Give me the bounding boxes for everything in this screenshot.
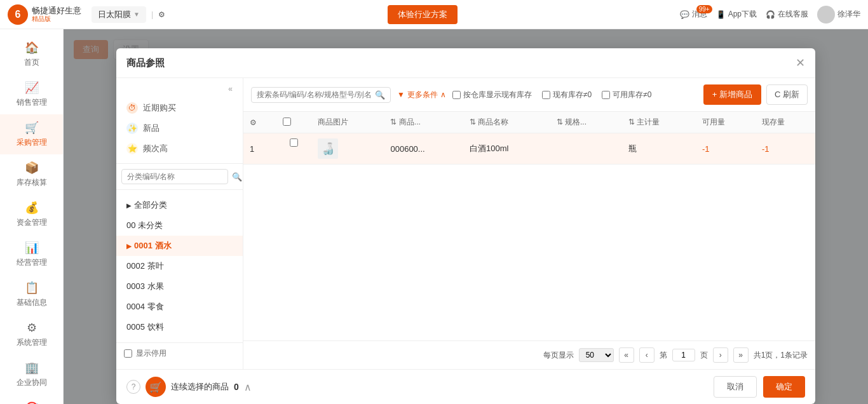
table-header-row: ⚙ 商品图片 ⇅ 商品... ⇅ — [243, 112, 815, 133]
new-products-item[interactable]: ✨ 新品 — [121, 119, 238, 138]
sidebar-item-finance[interactable]: 💰 资金管理 — [0, 194, 63, 234]
sidebar-item-home[interactable]: 🏠 首页 — [0, 34, 63, 74]
prev-page-button[interactable]: ‹ — [639, 347, 654, 363]
stock-neq0-checkbox-label[interactable]: 现有库存≠0 — [542, 90, 592, 100]
search-icon[interactable]: 🔍 — [232, 172, 242, 182]
sidebar-item-label: 首页 — [24, 57, 39, 68]
avail-neq0-checkbox-label[interactable]: 可用库存≠0 — [602, 90, 651, 100]
page-size-select[interactable]: 50 10 20 100 — [579, 348, 614, 362]
collapse-icon[interactable]: ∧ — [244, 381, 252, 393]
recent-purchases-item[interactable]: ⏱ 近期购买 — [121, 98, 238, 118]
filter-checkboxes: 按仓库显示现有库存 现有库存≠0 可用库存≠0 — [452, 90, 652, 100]
category-label: 00 未分类 — [126, 220, 163, 231]
table-row[interactable]: 1 🍶 000600... 白酒100ml — [243, 133, 815, 165]
category-item-0001[interactable]: ▶ 0001 酒水 — [116, 236, 243, 256]
row-name: 白酒100ml — [463, 133, 550, 165]
main-layout: 🏠 首页 📈 销售管理 🛒 采购管理 📦 库存核算 💰 资金管理 📊 经营管理 … — [0, 29, 868, 404]
cancel-button[interactable]: 取消 — [714, 376, 757, 398]
category-item-all[interactable]: ▶ 全部分类 — [116, 195, 243, 215]
row-code: 000600... — [384, 133, 463, 165]
col-code[interactable]: ⇅ 商品... — [384, 112, 463, 133]
category-item-0004[interactable]: 0004 零食 — [116, 297, 243, 317]
avatar — [817, 6, 835, 24]
category-item-00[interactable]: 00 未分类 — [116, 215, 243, 236]
app-download-item[interactable]: 📱 App下载 — [716, 9, 757, 20]
category-item-0002[interactable]: 0002 茶叶 — [116, 256, 243, 276]
filter-button[interactable]: ▼ 更多条件 ∧ — [397, 90, 446, 100]
company-selector[interactable]: 日太阳膜 ▼ — [92, 6, 146, 23]
show-disabled-checkbox[interactable] — [124, 349, 132, 358]
logo-icon: 6 — [8, 4, 28, 25]
sidebar-item-label: 销售管理 — [17, 97, 47, 108]
category-item-0003[interactable]: 0003 水果 — [116, 276, 243, 297]
top-nav: 6 畅捷通好生意 精品版 日太阳膜 ▼ | ⚙ 体验行业方案 💬 消息 99+ … — [0, 0, 868, 29]
last-page-button[interactable]: » — [733, 347, 749, 363]
page-number-input[interactable] — [672, 349, 695, 361]
sidebar-item-enterprise[interactable]: 🏢 企业协同 — [0, 354, 63, 394]
category-label: 0001 酒水 — [134, 240, 172, 252]
sidebar-item-label: 经营管理 — [17, 257, 47, 268]
col-spec[interactable]: ⇅ 规格... — [550, 112, 622, 133]
frequent-item[interactable]: ⭐ 频次高 — [121, 139, 238, 158]
col-image: 商品图片 — [311, 112, 384, 133]
trial-button[interactable]: 体验行业方案 — [388, 5, 458, 24]
sidebar: 🏠 首页 📈 销售管理 🛒 采购管理 📦 库存核算 💰 资金管理 📊 经营管理 … — [0, 29, 64, 404]
sidebar-item-operation[interactable]: 📊 经营管理 — [0, 234, 63, 274]
footer-left: ? 🛒 连续选择的商品 0 ∧ — [126, 377, 252, 397]
row-checkbox[interactable] — [290, 138, 298, 147]
add-product-button[interactable]: + 新增商品 — [703, 84, 761, 105]
refresh-button[interactable]: C 刷新 — [766, 84, 808, 105]
user-item[interactable]: 徐泽华 — [817, 6, 860, 24]
col-available: 可用量 — [696, 112, 756, 133]
avail-neq0-checkbox[interactable] — [602, 91, 610, 99]
collapse-button[interactable]: « — [223, 83, 238, 95]
help-icon[interactable]: ? — [126, 380, 140, 394]
sidebar-item-inventory[interactable]: 📦 库存核算 — [0, 154, 63, 194]
select-all-checkbox[interactable] — [283, 118, 291, 126]
sidebar-item-sales[interactable]: 📈 销售管理 — [0, 74, 63, 114]
product-search-input[interactable] — [257, 90, 371, 99]
image-placeholder: 🍶 — [321, 142, 335, 156]
stock-neq0-checkbox[interactable] — [542, 91, 550, 99]
sidebar-item-guide[interactable]: 🎯 新手引导 — [0, 394, 63, 404]
category-search-area: 🔍 — [116, 164, 243, 190]
row-unit: 瓶 — [622, 133, 696, 165]
recent-label: 近期购买 — [143, 102, 176, 114]
enterprise-icon: 🏢 — [25, 361, 39, 375]
modal-close-button[interactable]: ✕ — [796, 56, 805, 70]
sort-icon: ⇅ — [628, 118, 635, 126]
row-num: 1 — [243, 133, 276, 165]
sidebar-item-basic[interactable]: 📋 基础信息 — [0, 274, 63, 314]
show-stock-checkbox-label[interactable]: 按仓库显示现有库存 — [452, 90, 532, 100]
sidebar-item-system[interactable]: ⚙ 系统管理 — [0, 314, 63, 354]
page-label: 第 — [660, 350, 667, 361]
finance-icon: 💰 — [25, 201, 39, 215]
confirm-button[interactable]: 确定 — [763, 376, 805, 398]
purchase-icon: 🛒 — [25, 121, 39, 135]
online-service-item[interactable]: 🎧 在线客服 — [766, 9, 808, 20]
gear-button[interactable]: ⚙ — [158, 10, 165, 19]
col-name[interactable]: ⇅ 商品名称 — [463, 112, 550, 133]
show-stock-checkbox[interactable] — [452, 91, 461, 99]
category-item-0008[interactable]: 0008 水 — [116, 337, 243, 342]
new-icon: ✨ — [126, 123, 138, 134]
next-page-button[interactable]: › — [713, 347, 728, 363]
sort-icon: ⇅ — [390, 118, 397, 126]
row-checkbox-cell[interactable] — [276, 133, 311, 152]
sort-icon: ⇅ — [470, 118, 476, 126]
freq-label: 频次高 — [143, 143, 168, 154]
logo-area: 6 畅捷通好生意 精品版 — [8, 4, 81, 25]
category-search-input[interactable] — [121, 169, 228, 184]
search-icon[interactable]: 🔍 — [375, 90, 385, 100]
sidebar-item-purchase[interactable]: 🛒 采购管理 — [0, 114, 63, 154]
product-search-box[interactable]: 🔍 — [251, 87, 391, 103]
cart-count: 0 — [234, 382, 239, 392]
message-item[interactable]: 💬 消息 99+ — [680, 9, 707, 20]
col-unit[interactable]: ⇅ 主计量 — [622, 112, 696, 133]
cart-icon[interactable]: 🛒 — [146, 377, 166, 397]
table-toolbar: 🔍 ▼ 更多条件 ∧ 按仓库显示现有库存 — [243, 78, 815, 112]
toolbar-right: + 新增商品 C 刷新 — [703, 84, 808, 105]
first-page-button[interactable]: « — [619, 347, 634, 363]
col-settings[interactable]: ⚙ — [243, 112, 276, 133]
category-item-0005[interactable]: 0005 饮料 — [116, 317, 243, 337]
